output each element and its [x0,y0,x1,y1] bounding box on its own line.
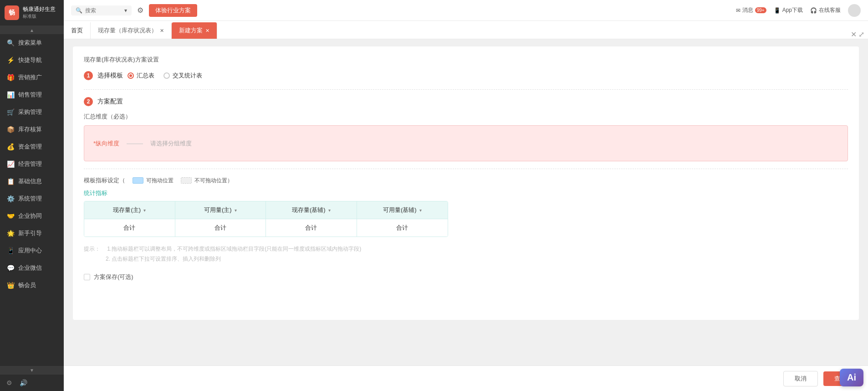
tab-new-plan[interactable]: 新建方案 ✕ [172,22,217,39]
sidebar-icon-system: ⚙️ [6,195,15,203]
sidebar-item-inventory[interactable]: 📦 库存核算 [0,121,64,138]
sidebar-item-wechat[interactable]: 💬 企业微信 [0,259,64,277]
section1-num: 1 [84,71,93,80]
app-icon: 📱 [774,7,781,14]
sidebar-icon-basic-info: 📋 [6,177,15,185]
sidebar-item-quick-nav[interactable]: ⚡ 快捷导航 [0,51,64,69]
stats-header-col4: 可用量(基辅) ▾ [357,201,448,219]
col3-dropdown[interactable]: ▾ [328,208,331,213]
radio-summary[interactable]: 汇总表 [128,72,154,80]
sidebar-item-membership[interactable]: 👑 畅会员 [0,277,64,294]
sidebar: 畅 畅康通好生意 标准版 ▲ 🔍 搜索菜单 ⚡ 快捷导航 🎁 营销推广 📊 销售… [0,0,64,391]
trial-button[interactable]: 体验行业方案 [149,4,197,17]
tab-inventory-close[interactable]: ✕ [160,28,164,34]
tab-new-plan-label: 新建方案 [179,26,203,35]
sidebar-items: 🔍 搜索菜单 ⚡ 快捷导航 🎁 营销推广 📊 销售管理 🛒 采购管理 📦 库存核… [0,34,64,366]
sidebar-label-cooperation: 企业协同 [18,212,42,220]
brand: 畅 畅康通好生意 标准版 [0,0,64,26]
sidebar-icon-search-menu: 🔍 [6,39,15,47]
search-box[interactable]: 🔍 ▾ [71,5,132,15]
sidebar-icon-cooperation: 🤝 [6,212,15,220]
search-icon: 🔍 [76,7,82,14]
stats-header-col1: 现存量(主) ▾ [84,201,175,219]
save-option: 方案保存(可选) [84,273,848,281]
save-label: 方案保存(可选) [94,273,133,281]
topbar-settings-icon[interactable]: ⚙ [137,6,143,15]
sidebar-icon-wechat: 💬 [6,264,15,272]
sidebar-item-marketing[interactable]: 🎁 营销推广 [0,69,64,86]
section2-label: 方案配置 [97,98,123,106]
sidebar-label-basic-info: 基础信息 [18,177,42,185]
search-dropdown-icon[interactable]: ▾ [124,7,127,14]
settings-icon[interactable]: ⚙ [6,379,12,386]
indicators-section: 统计指标 现存量(主) ▾ 可用量(主) ▾ [84,189,848,237]
stats-table: 现存量(主) ▾ 可用量(主) ▾ 现存量(基辅) ▾ [84,201,448,237]
sidebar-icon-operation: 📈 [6,160,15,168]
sidebar-icon-membership: 👑 [6,281,15,289]
tab-home-label: 首页 [71,26,83,35]
topbar-right: ✉ 消息 99+ 📱 App下载 🎧 在线客服 [736,4,861,17]
panel-close-icon[interactable]: ✕ [851,30,857,39]
sidebar-item-cooperation[interactable]: 🤝 企业协同 [0,207,64,225]
footer-bar: 取消 查询 [64,365,868,391]
sidebar-item-finance[interactable]: 💰 资金管理 [0,138,64,155]
sidebar-label-guide: 新手引导 [18,229,42,237]
stats-cell-col2: 合计 [175,219,266,237]
col1-dropdown[interactable]: ▾ [143,208,146,213]
sidebar-scroll-down[interactable]: ▼ [0,366,64,374]
service-btn[interactable]: 🎧 在线客服 [810,6,841,14]
section-choose-template: 1 选择模板 汇总表 交叉统计表 [84,71,848,80]
dimension-box[interactable]: *纵向维度 —— 请选择分组维度 [84,125,848,161]
tab-home[interactable]: 首页 [64,22,91,39]
col2-dropdown[interactable]: ▾ [235,208,237,213]
radio-summary-dot [128,72,134,79]
radio-cross-dot [163,72,170,79]
app-download-btn[interactable]: 📱 App下载 [774,6,803,14]
section1-label: 选择模板 [97,72,123,80]
search-input[interactable] [85,7,122,14]
sidebar-item-basic-info[interactable]: 📋 基础信息 [0,173,64,190]
section2-num: 2 [84,97,93,106]
sidebar-icon-finance: 💰 [6,143,15,151]
ai-button[interactable]: Ai [840,369,863,386]
col4-dropdown[interactable]: ▾ [419,208,422,213]
stats-header-col2: 可用量(主) ▾ [175,201,266,219]
message-btn[interactable]: ✉ 消息 99+ [736,6,766,14]
sidebar-item-search-menu[interactable]: 🔍 搜索菜单 [0,34,64,51]
user-avatar[interactable] [848,4,861,17]
sidebar-item-guide[interactable]: 🌟 新手引导 [0,225,64,242]
radio-cross[interactable]: 交叉统计表 [163,72,202,80]
save-checkbox[interactable] [84,274,90,280]
sidebar-item-system[interactable]: ⚙️ 系统管理 [0,190,64,207]
panel-expand-icon[interactable]: ⤢ [858,30,864,39]
stats-label: 统计指标 [84,189,848,197]
sidebar-icon-inventory: 📦 [6,125,15,134]
sidebar-item-purchase[interactable]: 🛒 采购管理 [0,103,64,121]
sidebar-icon-quick-nav: ⚡ [6,56,15,64]
dimension-label: 汇总维度（必选） [84,113,848,121]
sidebar-label-purchase: 采购管理 [18,108,42,116]
sidebar-icon-sales: 📊 [6,91,15,99]
indicator-fixed-tag: 不可拖动位置） [181,177,233,185]
message-icon: ✉ [736,7,740,14]
sidebar-icon-guide: 🌟 [6,229,15,237]
movable-tag-box [133,177,143,184]
sidebar-label-search-menu: 搜索菜单 [18,39,42,47]
sidebar-scroll-up[interactable]: ▲ [0,26,64,34]
template-radio-group: 汇总表 交叉统计表 [128,72,202,80]
tab-inventory-status[interactable]: 现存量（库存状况表） ✕ [91,22,172,39]
tab-new-plan-close[interactable]: ✕ [205,28,209,34]
sidebar-item-sales[interactable]: 📊 销售管理 [0,86,64,103]
sidebar-label-wechat: 企业微信 [18,264,42,272]
sidebar-label-membership: 畅会员 [18,281,36,289]
stats-header-col3: 现存量(基辅) ▾ [266,201,357,219]
sidebar-item-operation[interactable]: 📈 经营管理 [0,155,64,173]
stats-cell-col3: 合计 [266,219,357,237]
audio-icon[interactable]: 🔊 [20,379,27,386]
sidebar-item-app-center[interactable]: 📱 应用中心 [0,242,64,259]
cancel-button[interactable]: 取消 [783,371,818,386]
sidebar-icon-app-center: 📱 [6,247,15,255]
stats-cell-col1: 合计 [84,219,175,237]
sidebar-icon-purchase: 🛒 [6,108,15,116]
topbar: 🔍 ▾ ⚙ 体验行业方案 ✉ 消息 99+ 📱 App下载 🎧 在线客服 [64,0,868,21]
